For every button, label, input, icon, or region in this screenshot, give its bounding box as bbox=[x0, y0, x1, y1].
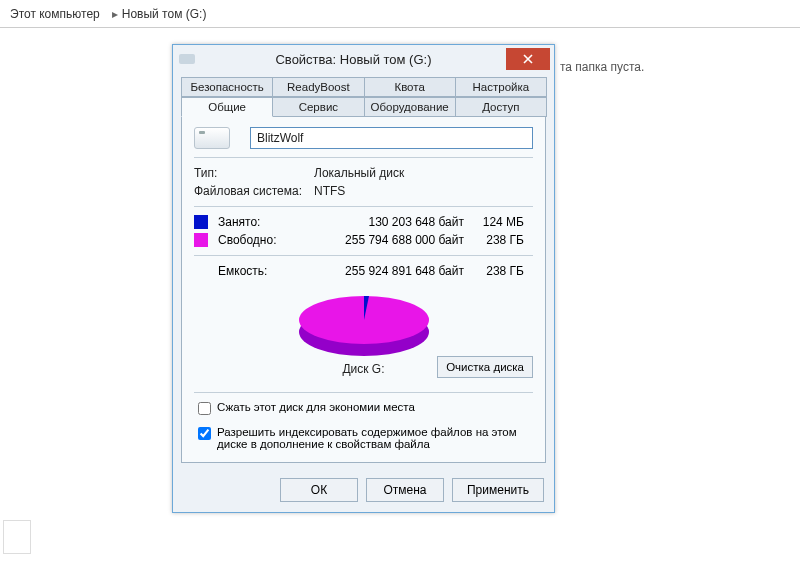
breadcrumb-root[interactable]: Этот компьютер bbox=[10, 7, 100, 21]
disk-pie-icon bbox=[289, 290, 439, 360]
index-checkbox[interactable] bbox=[198, 427, 211, 440]
used-label: Занято: bbox=[218, 215, 314, 229]
free-bytes: 255 794 688 000 байт bbox=[314, 233, 464, 247]
breadcrumb: Этот компьютер ▸ Новый том (G:) bbox=[0, 0, 800, 28]
empty-folder-text: та папка пуста. bbox=[560, 60, 644, 74]
chevron-right-icon: ▸ bbox=[112, 7, 118, 21]
compress-checkbox[interactable] bbox=[198, 402, 211, 415]
capacity-bytes: 255 924 891 648 байт bbox=[314, 264, 464, 278]
used-human: 124 МБ bbox=[464, 215, 524, 229]
tab-quota[interactable]: Квота bbox=[364, 77, 456, 97]
apply-button[interactable]: Применить bbox=[452, 478, 544, 502]
cleanup-button[interactable]: Очистка диска bbox=[437, 356, 533, 378]
close-icon bbox=[523, 54, 533, 64]
tab-hardware[interactable]: Оборудование bbox=[364, 97, 456, 117]
used-bytes: 130 203 648 байт bbox=[314, 215, 464, 229]
fs-value: NTFS bbox=[314, 184, 345, 198]
free-human: 238 ГБ bbox=[464, 233, 524, 247]
dialog-title: Свойства: Новый том (G:) bbox=[201, 52, 506, 67]
fs-label: Файловая система: bbox=[194, 184, 314, 198]
titlebar[interactable]: Свойства: Новый том (G:) bbox=[173, 45, 554, 73]
tab-readyboost[interactable]: ReadyBoost bbox=[272, 77, 364, 97]
capacity-spacer bbox=[194, 264, 208, 278]
tab-service[interactable]: Сервис bbox=[272, 97, 364, 117]
properties-dialog: Свойства: Новый том (G:) Безопасность Re… bbox=[172, 44, 555, 513]
index-label: Разрешить индексировать содержимое файло… bbox=[217, 426, 533, 450]
drive-large-icon bbox=[194, 127, 230, 149]
general-panel: Тип: Локальный диск Файловая система: NT… bbox=[181, 116, 546, 463]
tab-security[interactable]: Безопасность bbox=[181, 77, 273, 97]
tabstrip: Безопасность ReadyBoost Квота Настройка … bbox=[181, 77, 546, 117]
ok-button[interactable]: ОК bbox=[280, 478, 358, 502]
free-swatch bbox=[194, 233, 208, 247]
used-swatch bbox=[194, 215, 208, 229]
tab-sharing[interactable]: Доступ bbox=[455, 97, 547, 117]
type-label: Тип: bbox=[194, 166, 314, 180]
capacity-human: 238 ГБ bbox=[464, 264, 524, 278]
breadcrumb-current[interactable]: Новый том (G:) bbox=[122, 7, 207, 21]
dialog-buttons: ОК Отмена Применить bbox=[173, 470, 554, 512]
index-checkbox-row[interactable]: Разрешить индексировать содержимое файло… bbox=[194, 426, 533, 450]
pie-chart: Диск G: Очистка диска bbox=[194, 282, 533, 384]
compress-label: Сжать этот диск для экономии места bbox=[217, 401, 415, 413]
cancel-button[interactable]: Отмена bbox=[366, 478, 444, 502]
compress-checkbox-row[interactable]: Сжать этот диск для экономии места bbox=[194, 401, 533, 418]
type-value: Локальный диск bbox=[314, 166, 404, 180]
volume-name-input[interactable] bbox=[250, 127, 533, 149]
capacity-label: Емкость: bbox=[218, 264, 314, 278]
disk-label: Диск G: bbox=[342, 362, 384, 376]
tab-general[interactable]: Общие bbox=[181, 97, 273, 117]
details-pane-fragment bbox=[3, 520, 31, 554]
free-label: Свободно: bbox=[218, 233, 314, 247]
tab-customize[interactable]: Настройка bbox=[455, 77, 547, 97]
close-button[interactable] bbox=[506, 48, 550, 70]
drive-icon bbox=[179, 54, 195, 64]
